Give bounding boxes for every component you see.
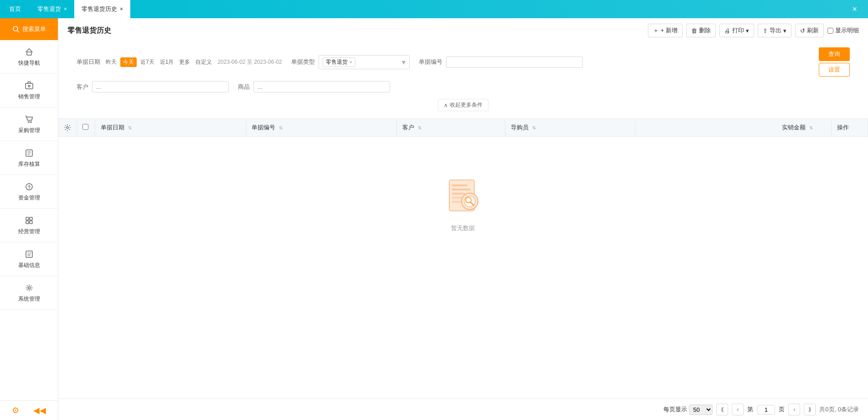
page-last-btn[interactable]: ⟫ bbox=[804, 404, 816, 415]
page-input[interactable]: 1 bbox=[757, 405, 775, 415]
refresh-btn[interactable]: ↺ 刷新 bbox=[795, 24, 824, 37]
empty-state-cell: 暂无数据 bbox=[58, 137, 868, 269]
empty-state-row: 暂无数据 bbox=[58, 137, 868, 269]
sidebar-item-sys-mgmt[interactable]: 系统管理 bbox=[0, 276, 58, 310]
date-btn-today[interactable]: 今天 bbox=[120, 57, 137, 67]
table-container: 单据日期 ⇅ 单据编号 ⇅ 客户 ⇅ 导购员 ⇅ bbox=[58, 119, 868, 399]
th-amount-sort-icon[interactable]: ⇅ bbox=[809, 125, 813, 130]
svg-rect-9 bbox=[26, 217, 29, 220]
voucher-type-tag-close[interactable]: × bbox=[349, 59, 352, 65]
table-head: 单据日期 ⇅ 单据编号 ⇅ 客户 ⇅ 导购员 ⇅ bbox=[58, 119, 868, 137]
sidebar-item-quick-nav-label: 快捷导航 bbox=[18, 59, 40, 67]
customer-filter-group: 客户 bbox=[77, 81, 229, 92]
th-settings[interactable] bbox=[58, 119, 77, 137]
print-btn[interactable]: 🖨 打印 ▾ bbox=[719, 24, 754, 37]
table-settings-icon bbox=[64, 124, 71, 131]
ops-icon bbox=[24, 215, 35, 226]
goods-input[interactable] bbox=[253, 81, 390, 92]
sidebar-item-basic-info[interactable]: 基础信息 bbox=[0, 242, 58, 276]
svg-rect-3 bbox=[26, 83, 33, 89]
th-checkbox[interactable] bbox=[77, 119, 95, 137]
print-icon: 🖨 bbox=[724, 27, 730, 34]
voucher-type-tag: 零售退货 × bbox=[323, 57, 355, 67]
svg-point-4 bbox=[28, 85, 30, 87]
add-icon: ＋ bbox=[653, 26, 659, 35]
th-customer-sort-icon[interactable]: ⇅ bbox=[418, 125, 421, 130]
export-dropdown-icon: ▾ bbox=[783, 27, 786, 34]
th-no-sort-icon[interactable]: ⇅ bbox=[279, 125, 282, 130]
filter-row-1: 单据日期 昨天 今天 近7天 近1月 更多 自定义 2023-06-02 至 2… bbox=[77, 47, 850, 77]
tab-retail-return[interactable]: 零售退货 × bbox=[30, 0, 74, 18]
total-info: 共0页, 0条记录 bbox=[819, 405, 859, 414]
page-header: 零售退货历史 ＋ + 新增 🗑 删除 🖨 打印 ▾ bbox=[58, 18, 868, 119]
voucher-no-input[interactable] bbox=[446, 56, 583, 68]
customer-input[interactable] bbox=[92, 81, 229, 92]
export-icon: ⇧ bbox=[763, 27, 768, 34]
sidebar-item-finance-mgmt[interactable]: 资金管理 bbox=[0, 175, 58, 209]
tab-home[interactable]: 首页 bbox=[0, 0, 30, 18]
page-first-btn[interactable]: ⟪ bbox=[716, 404, 728, 415]
svg-point-15 bbox=[28, 287, 30, 289]
search-menu-btn[interactable]: 搜索菜单 bbox=[0, 18, 58, 40]
th-date-sort-icon[interactable]: ⇅ bbox=[128, 125, 132, 130]
goods-filter-group: 商品 bbox=[238, 81, 390, 92]
th-guide-sort-icon[interactable]: ⇅ bbox=[532, 125, 536, 130]
sidebar-item-purchase-mgmt[interactable]: 采购管理 bbox=[0, 108, 58, 141]
voucher-type-select[interactable]: 零售退货 × ▾ bbox=[318, 55, 410, 69]
select-all-checkbox[interactable] bbox=[82, 124, 88, 130]
data-table: 单据日期 ⇅ 单据编号 ⇅ 客户 ⇅ 导购员 ⇅ bbox=[58, 119, 868, 269]
close-window-btn[interactable]: × bbox=[848, 5, 861, 14]
th-ops-label: 操作 bbox=[837, 124, 849, 131]
page-prev-btn[interactable]: ‹ bbox=[732, 404, 744, 415]
sidebar-item-ops-mgmt[interactable]: 经营管理 bbox=[0, 209, 58, 242]
date-btn-more[interactable]: 更多 bbox=[177, 58, 192, 67]
sidebar-nav: 快捷导航 销售管理 bbox=[0, 40, 58, 400]
th-ops: 操作 bbox=[832, 119, 868, 137]
delete-btn[interactable]: 🗑 删除 bbox=[686, 24, 716, 37]
tab-bar: 首页 零售退货 × 零售退货历史 × bbox=[0, 0, 848, 18]
sidebar-item-inventory-check[interactable]: 库存核算 bbox=[0, 141, 58, 175]
query-btn[interactable]: 查询 bbox=[819, 47, 850, 61]
page-next-btn[interactable]: › bbox=[788, 404, 800, 415]
date-btn-custom[interactable]: 自定义 bbox=[194, 58, 214, 67]
close-retail-return-history-tab[interactable]: × bbox=[120, 6, 123, 12]
sidebar-item-quick-nav[interactable]: 快捷导航 bbox=[0, 40, 58, 74]
sidebar-item-sales-mgmt[interactable]: 销售管理 bbox=[0, 74, 58, 108]
add-btn[interactable]: ＋ + 新增 bbox=[648, 24, 683, 37]
svg-point-6 bbox=[30, 122, 31, 123]
tab-retail-return-history[interactable]: 零售退货历史 × bbox=[74, 0, 130, 18]
content-area: 零售退货历史 ＋ + 新增 🗑 删除 🖨 打印 ▾ bbox=[58, 18, 868, 420]
print-dropdown-icon: ▾ bbox=[746, 27, 749, 34]
th-guide-label: 导购员 bbox=[511, 124, 529, 131]
refresh-label: 刷新 bbox=[807, 26, 819, 35]
sys-icon bbox=[24, 282, 35, 293]
top-bar: 首页 零售退货 × 零售退货历史 × × bbox=[0, 0, 868, 18]
action-btns: 查询 设置 bbox=[819, 47, 850, 77]
export-btn[interactable]: ⇧ 导出 ▾ bbox=[758, 24, 791, 37]
date-btn-7days[interactable]: 近7天 bbox=[139, 58, 156, 67]
search-icon bbox=[12, 26, 20, 33]
display-detail-checkbox[interactable] bbox=[827, 28, 833, 34]
page-title: 零售退货历史 bbox=[67, 26, 111, 36]
settings-gear-icon[interactable]: ⚙ bbox=[12, 405, 19, 415]
goods-filter-label: 商品 bbox=[238, 83, 250, 91]
audio-icon[interactable]: ◀◀ bbox=[33, 405, 46, 415]
svg-rect-10 bbox=[30, 217, 32, 220]
close-retail-return-tab[interactable]: × bbox=[64, 6, 67, 12]
date-btn-yesterday[interactable]: 昨天 bbox=[104, 58, 118, 67]
collapse-btn[interactable]: ∧ 收起更多条件 bbox=[438, 99, 488, 111]
export-label: 导出 bbox=[770, 26, 781, 35]
page-size-dropdown[interactable]: 20 50 100 bbox=[689, 405, 713, 415]
filter-settings-btn[interactable]: 设置 bbox=[819, 63, 850, 77]
empty-state: 暂无数据 bbox=[58, 137, 868, 269]
date-range-display: 2023-06-02 至 2023-06-02 bbox=[217, 58, 282, 66]
date-btn-1month[interactable]: 近1月 bbox=[158, 58, 176, 67]
svg-rect-18 bbox=[452, 184, 467, 186]
table-body: 暂无数据 bbox=[58, 137, 868, 269]
date-shortcuts: 昨天 今天 近7天 近1月 更多 自定义 bbox=[104, 57, 214, 67]
voucher-no-filter-group: 单据编号 bbox=[419, 56, 583, 68]
voucher-type-label: 单据类型 bbox=[291, 58, 315, 66]
sidebar-item-sys-mgmt-label: 系统管理 bbox=[18, 295, 40, 303]
voucher-type-filter-group: 单据类型 零售退货 × ▾ bbox=[291, 55, 410, 69]
date-filter-label: 单据日期 bbox=[77, 58, 100, 66]
